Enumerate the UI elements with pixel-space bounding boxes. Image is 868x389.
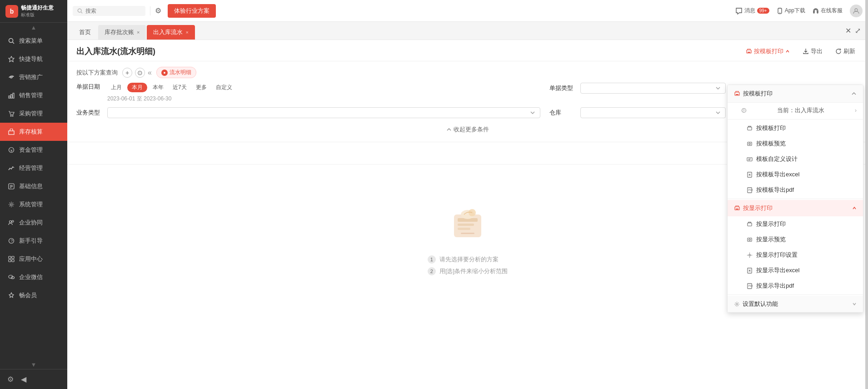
logo-icon: b [5,5,18,18]
sidebar-scroll-up[interactable]: ▲ [0,23,67,32]
customer-service-label: 在线客服 [821,7,843,15]
logo-text: 畅捷通好生意 标准版 [21,5,54,18]
sidebar-item-sales[interactable]: 销售管理 [0,86,67,105]
quicknav-icon [7,55,15,63]
dropdown-header-actions [851,91,857,96]
collapse-footer-icon[interactable]: ◀ [21,375,26,384]
tab-stock-flow-close[interactable]: × [185,30,188,35]
tab-stock-flow[interactable]: 出入库流水 × [147,25,195,40]
sidebar-item-wechat[interactable]: 企业微信 [0,268,67,286]
sidebar-item-operations[interactable]: 经营管理 [0,159,67,177]
message-icon [735,7,743,15]
topbar-search-box[interactable] [73,6,145,16]
dropdown-item-template-preview[interactable]: 按模板预览 [728,136,863,151]
settings-footer-icon[interactable]: ⚙ [7,375,14,384]
refresh-label: 刷新 [843,47,855,55]
topbar-gear-icon[interactable]: ⚙ [155,6,161,15]
svg-point-33 [855,9,858,11]
sidebar: b 畅捷通好生意 标准版 ▲ 搜索菜单 快捷导航 营销推广 [0,0,67,389]
sidebar-label-marketing: 营销推广 [19,73,43,81]
app-download-button[interactable]: App下载 [777,7,805,15]
sidebar-item-guide[interactable]: ? 新手引导 [0,232,67,250]
date-shortcut-custom[interactable]: 自定义 [212,83,236,92]
date-shortcut-last-7-days[interactable]: 近7天 [169,83,190,92]
expand-window-button[interactable]: ⤢ [855,26,861,35]
system-icon [7,200,15,209]
dropdown-subitem-display-preview[interactable]: 按显示预览 [728,232,863,247]
dropdown-subitem-display-print[interactable]: 按显示打印 [728,216,863,232]
biz-type-label: 业务类型 [76,109,104,117]
export-button[interactable]: 导出 [799,45,826,57]
dropdown-item-template-design[interactable]: 模板自定义设计 [728,151,863,167]
tab-inventory-batch[interactable]: 库存批次账 × [98,25,146,40]
date-shortcut-current-month[interactable]: 本月 [127,83,147,92]
svg-point-18 [12,220,14,222]
dropdown-divider-1 [728,119,863,120]
sidebar-scroll-down[interactable]: ▼ [0,360,67,369]
svg-point-8 [12,115,13,116]
enterprise-icon [7,219,15,227]
tab-home[interactable]: 首页 [73,25,97,40]
display-print-section-label: 按显示打印 [743,204,773,212]
message-button[interactable]: 消息 99+ [735,7,769,15]
message-label: 消息 [744,7,755,15]
current-template-item[interactable]: 当前：出入库流水 › [728,103,863,118]
filter-collapse-button[interactable]: « [148,69,152,77]
dropdown-subitem-display-excel[interactable]: 按显示导出excel [728,263,863,278]
topbar-right: 消息 99+ App下载 在线客服 [735,5,863,17]
filter-group-biz-type: 业务类型 [76,107,540,118]
current-template-chevron-icon: › [855,107,857,114]
user-avatar[interactable] [850,5,863,17]
date-shortcut-more[interactable]: 更多 [192,83,210,92]
sidebar-item-finance[interactable]: ¥ 资金管理 [0,141,67,159]
display-preview-label: 按显示预览 [756,235,786,244]
footer-section-chevron-down-icon [852,302,857,306]
dropdown-item-template-print[interactable]: 按模板打印 [728,120,863,136]
sidebar-item-members[interactable]: 畅会员 [0,286,67,304]
filter-add-button[interactable]: + [122,68,132,78]
resize-handle[interactable] [865,0,868,389]
dropdown-section-display-print[interactable]: 按显示打印 [728,200,863,216]
print-template-button[interactable]: 按模板打印 [742,45,793,57]
members-icon [7,291,15,299]
sidebar-item-purchase[interactable]: 采购管理 [0,105,67,123]
dropdown-subitem-display-pdf[interactable]: PDF 按显示导出pdf [728,278,863,294]
doc-type-label: 单据类型 [549,84,577,92]
dropdown-item-template-excel[interactable]: 按模板导出excel [728,167,863,182]
sidebar-item-quicknav[interactable]: 快捷导航 [0,50,67,68]
sidebar-item-marketing[interactable]: 营销推广 [0,68,67,86]
filter-settings-icon[interactable]: ⊙ [135,68,145,78]
sidebar-item-basic-info[interactable]: 基础信息 [0,177,67,195]
biz-type-select[interactable] [107,107,540,118]
dropdown-footer-settings-section[interactable]: 设置默认功能 [728,296,863,312]
tab-inventory-batch-close[interactable]: × [137,30,140,35]
dropdown-item-template-pdf[interactable]: PDF 按模板导出pdf [728,182,863,198]
filter-actions: + ⊙ « [122,68,152,78]
search-input[interactable] [85,8,131,14]
svg-text:PDF: PDF [748,189,753,191]
doc-type-select[interactable] [580,83,726,94]
search-icon [7,37,15,45]
refresh-button[interactable]: 刷新 [832,45,859,57]
export-label: 导出 [811,47,823,55]
sidebar-item-app-center[interactable]: 应用中心 [0,250,67,268]
sidebar-item-enterprise[interactable]: 企业协同 [0,214,67,232]
sidebar-item-search[interactable]: 搜索菜单 [0,32,67,50]
dropdown-chevron-up-icon[interactable] [851,91,857,96]
customer-service-button[interactable]: 在线客服 [813,7,843,15]
sidebar-label-members: 畅会员 [19,291,37,299]
industry-solution-button[interactable]: 体验行业方案 [168,4,216,18]
dropdown-subitem-display-print-settings[interactable]: 按显示打印设置 [728,247,863,263]
date-range-display: 2023-06-01 至 2023-06-30 [107,95,540,103]
sidebar-item-inventory[interactable]: 库存核算 [0,123,67,141]
date-filter-label: 单据日期 [76,83,104,91]
close-window-button[interactable]: ✕ [845,26,851,35]
sidebar-item-system[interactable]: 系统管理 [0,195,67,214]
sidebar-label-purchase: 采购管理 [19,110,43,118]
warehouse-select[interactable] [580,107,726,118]
dropdown-divider-3 [728,294,863,295]
date-shortcut-last-month[interactable]: 上月 [107,83,125,92]
template-design-icon [747,156,753,162]
date-shortcut-current-year[interactable]: 本年 [149,83,167,92]
display-print-label: 按显示打印 [756,220,786,228]
